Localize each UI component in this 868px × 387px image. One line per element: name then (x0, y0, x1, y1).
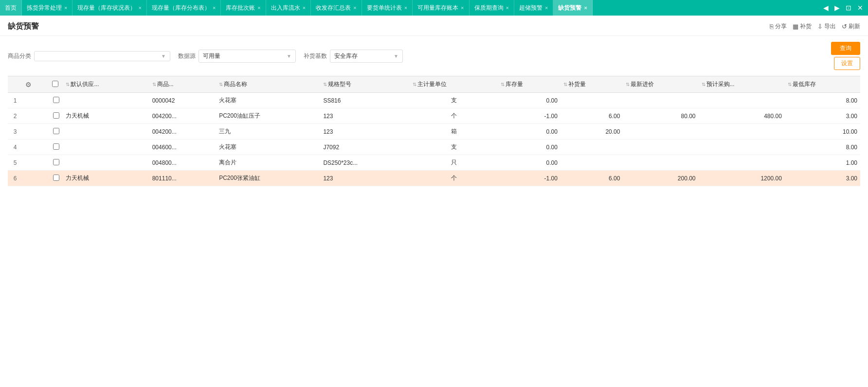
cell-settings-2 (22, 124, 49, 140)
cell-estimated-4 (699, 155, 785, 171)
row-checkbox-1[interactable] (53, 112, 59, 119)
cell-min_stock-1: 3.00 (785, 108, 860, 124)
nav-tab-9[interactable]: 保质期查询× (470, 0, 514, 16)
col-header-name[interactable]: ⇅商品名称 (216, 76, 320, 93)
cell-supplier-2 (63, 124, 149, 140)
tab-close-icon-1[interactable]: × (64, 5, 67, 11)
refresh-btn[interactable]: ↺ 刷新 (842, 22, 860, 31)
nav-tab-11[interactable]: 缺货预警× (553, 0, 592, 16)
cell-code-1: 004200... (149, 108, 216, 124)
main-content: 缺货预警 ⎘ 分享 ▦ 补货 ⇩ 导出 ↺ 刷新 商品分类 (0, 16, 868, 387)
filter-actions: 查询 设置 (831, 42, 860, 70)
cell-settings-3 (22, 140, 49, 155)
page-header: 缺货预警 ⎘ 分享 ▦ 补货 ⇩ 导出 ↺ 刷新 (0, 16, 868, 36)
cell-code-3: 004600... (149, 140, 216, 155)
settings-button[interactable]: 设置 (834, 57, 860, 70)
row-checkbox-4[interactable] (53, 159, 59, 165)
row-checkbox-5[interactable] (53, 175, 59, 181)
query-button[interactable]: 查询 (831, 42, 860, 55)
col-header-supplement[interactable]: ⇅补货量 (561, 76, 623, 93)
tab-close-icon-6[interactable]: × (353, 5, 356, 11)
cell-unit-0: 支 (410, 93, 498, 108)
cell-name-0: 火花塞 (216, 93, 320, 108)
col-header-supplier[interactable]: ⇅默认供应... (63, 76, 149, 93)
tab-close-icon-11[interactable]: × (584, 5, 587, 11)
cell-stock-4: 0.00 (498, 155, 561, 171)
col-header-checkbox (49, 76, 63, 93)
cell-latest_price-1: 80.00 (623, 108, 698, 124)
cell-spec-2: 123 (320, 124, 409, 140)
nav-tab-7[interactable]: 要货单统计表× (362, 0, 413, 16)
nav-next-btn[interactable]: ▶ (832, 0, 843, 16)
row-num-0: 1 (8, 93, 22, 108)
row-checkbox-2[interactable] (53, 128, 59, 134)
nav-tab-10[interactable]: 超储预警× (514, 0, 553, 16)
cell-min_stock-4: 1.00 (785, 155, 860, 171)
cell-unit-1: 个 (410, 108, 498, 124)
nav-tab-5[interactable]: 出入库流水× (266, 0, 311, 16)
cell-unit-2: 箱 (410, 124, 498, 140)
gear-icon[interactable]: ⚙ (25, 81, 32, 88)
cell-min_stock-2: 10.00 (785, 124, 860, 140)
nav-tab-4[interactable]: 库存批次账× (221, 0, 266, 16)
category-select[interactable]: ▼ (34, 51, 170, 61)
col-header-code[interactable]: ⇅商品... (149, 76, 216, 93)
nav-tab-2[interactable]: 现存量（库存状况表）× (72, 0, 146, 16)
col-header-estimated[interactable]: ⇅预计采购... (699, 76, 785, 93)
cell-unit-5: 个 (410, 171, 498, 186)
nav-tab-1[interactable]: 拣货异常处理× (22, 0, 72, 16)
cell-supplement-0 (561, 93, 623, 108)
cell-supplement-4 (561, 155, 623, 171)
tab-close-icon-4[interactable]: × (257, 5, 260, 11)
cell-min_stock-0: 8.00 (785, 93, 860, 108)
nav-restore-btn[interactable]: ⊡ (843, 0, 854, 16)
table-row: 3004200...三九123箱0.0020.0010.00 (8, 124, 860, 140)
tab-close-icon-7[interactable]: × (404, 5, 407, 11)
cell-estimated-0 (699, 93, 785, 108)
tab-close-icon-8[interactable]: × (461, 5, 464, 11)
cell-estimated-1: 480.00 (699, 108, 785, 124)
supplement-btn[interactable]: ▦ 补货 (793, 22, 812, 31)
cell-name-4: 离合片 (216, 155, 320, 171)
export-btn[interactable]: ⇩ 导出 (817, 22, 836, 31)
nav-tab-8[interactable]: 可用量库存账本× (413, 0, 469, 16)
row-checkbox-0[interactable] (53, 97, 59, 103)
tab-close-icon-3[interactable]: × (213, 5, 216, 11)
tab-close-icon-2[interactable]: × (138, 5, 141, 11)
nav-close-btn[interactable]: ✕ (854, 0, 866, 16)
col-label-min_stock: 最低库存 (793, 80, 816, 88)
nav-tab-3[interactable]: 现存量（库存分布表）× (147, 0, 221, 16)
row-checkbox-3[interactable] (53, 143, 59, 150)
export-icon: ⇩ (817, 23, 823, 30)
refresh-icon: ↺ (842, 23, 847, 30)
basis-select[interactable]: 安全库存 ▼ (330, 50, 403, 63)
col-header-min_stock[interactable]: ⇅最低库存 (785, 76, 860, 93)
nav-prev-btn[interactable]: ◀ (820, 0, 832, 16)
select-all-checkbox[interactable] (52, 81, 58, 87)
cell-latest_price-4 (623, 155, 698, 171)
datasource-select[interactable]: 可用量 ▼ (199, 50, 296, 63)
sort-icon-unit: ⇅ (413, 82, 416, 87)
cell-supplier-3 (63, 140, 149, 155)
share-label: 分享 (775, 22, 787, 31)
cell-supplement-1: 6.00 (561, 108, 623, 124)
cell-code-0: 0000042 (149, 93, 216, 108)
sort-icon-estimated: ⇅ (702, 82, 705, 87)
row-num-4: 5 (8, 155, 22, 171)
share-btn[interactable]: ⎘ 分享 (770, 22, 787, 31)
cell-spec-4: DS250*23c... (320, 155, 409, 171)
tab-close-icon-5[interactable]: × (303, 5, 306, 11)
tab-close-icon-10[interactable]: × (545, 5, 548, 11)
category-label: 商品分类 (8, 52, 31, 60)
col-header-spec[interactable]: ⇅规格型号 (320, 76, 409, 93)
cell-checkbox-2 (49, 124, 63, 140)
cell-supplier-0 (63, 93, 149, 108)
cell-checkbox-0 (49, 93, 63, 108)
col-header-unit[interactable]: ⇅主计量单位 (410, 76, 498, 93)
col-header-stock[interactable]: ⇅库存量 (498, 76, 561, 93)
nav-tab-6[interactable]: 收发存汇总表× (311, 0, 362, 16)
tab-close-icon-9[interactable]: × (506, 5, 509, 11)
cell-stock-2: 0.00 (498, 124, 561, 140)
nav-tab-0[interactable]: 首页 (0, 0, 22, 16)
col-header-latest_price[interactable]: ⇅最新进价 (623, 76, 698, 93)
